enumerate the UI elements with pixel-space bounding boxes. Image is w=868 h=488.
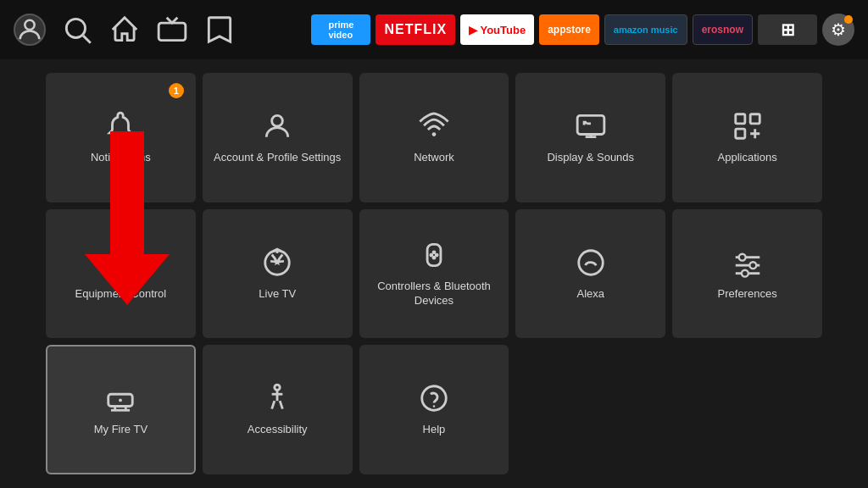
svg-point-35 xyxy=(433,405,436,408)
notifications-label: Notifications xyxy=(91,151,151,165)
youtube-app[interactable]: ▶ YouTube xyxy=(460,14,534,45)
grid-item-preferences[interactable]: Preferences xyxy=(672,209,822,339)
grid-item-equipment-control[interactable]: Equipment Control xyxy=(46,209,196,339)
help-icon xyxy=(418,382,450,414)
avatar-icon[interactable] xyxy=(14,14,46,46)
grid-item-alexa[interactable]: Alexa xyxy=(515,209,665,339)
equipment-control-label: Equipment Control xyxy=(75,287,167,302)
help-label: Help xyxy=(423,423,446,437)
controllers-icon xyxy=(418,239,450,271)
erosnow-app[interactable]: erosnow xyxy=(693,14,753,45)
applications-icon xyxy=(732,110,764,142)
preferences-icon xyxy=(732,247,764,279)
svg-point-0 xyxy=(25,20,34,30)
svg-point-24 xyxy=(738,253,745,260)
alexa-icon xyxy=(575,247,607,279)
tv-icon[interactable] xyxy=(156,14,188,46)
live-tv-icon xyxy=(261,247,293,279)
svg-point-25 xyxy=(749,262,756,269)
bookmark-icon[interactable] xyxy=(203,14,236,46)
grid-item-display-sounds[interactable]: Display & Sounds xyxy=(515,73,665,202)
network-label: Network xyxy=(414,151,454,165)
nav-apps: primevideo NETFLIX ▶ YouTube appstore am… xyxy=(311,14,854,46)
controllers-label: Controllers & Bluetooth Devices xyxy=(359,280,509,308)
nav-left xyxy=(14,14,303,46)
grid-item-my-fire-tv[interactable]: My Fire TV xyxy=(46,345,196,474)
svg-point-32 xyxy=(275,385,280,390)
grid-item-controllers[interactable]: Controllers & Bluetooth Devices xyxy=(359,209,509,339)
home-icon[interactable] xyxy=(108,14,141,46)
settings-gear-icon[interactable]: ⚙ xyxy=(822,14,854,46)
preferences-label: Preferences xyxy=(718,287,777,302)
gear-notification-dot xyxy=(844,15,853,24)
account-icon xyxy=(261,110,293,142)
grid-item-network[interactable]: Network xyxy=(359,73,509,202)
svg-rect-3 xyxy=(159,23,186,41)
display-sounds-label: Display & Sounds xyxy=(547,151,634,165)
svg-point-18 xyxy=(429,253,433,258)
svg-point-5 xyxy=(432,132,437,136)
alexa-label: Alexa xyxy=(577,287,605,302)
fire-tv-icon xyxy=(104,382,136,414)
appstore-app[interactable]: appstore xyxy=(539,14,599,45)
prime-video-app[interactable]: primevideo xyxy=(311,14,370,45)
grid-item-live-tv[interactable]: Live TV xyxy=(203,209,353,339)
live-tv-label: Live TV xyxy=(259,287,296,302)
applications-label: Applications xyxy=(718,151,777,165)
navbar: primevideo NETFLIX ▶ YouTube appstore am… xyxy=(0,0,868,59)
grid-item-notifications[interactable]: 1 Notifications xyxy=(46,73,196,202)
bell-icon xyxy=(104,110,136,142)
svg-point-31 xyxy=(119,399,122,402)
equipment-icon xyxy=(104,247,136,279)
my-fire-tv-label: My Fire TV xyxy=(94,423,147,437)
svg-point-19 xyxy=(435,253,439,258)
netflix-app[interactable]: NETFLIX xyxy=(376,14,455,45)
display-icon xyxy=(575,110,607,142)
account-label: Account & Profile Settings xyxy=(214,151,341,165)
accessibility-icon xyxy=(261,382,293,414)
svg-rect-7 xyxy=(735,114,744,124)
svg-point-12 xyxy=(119,260,123,264)
svg-rect-6 xyxy=(577,115,604,134)
svg-rect-9 xyxy=(735,129,744,138)
svg-line-2 xyxy=(83,36,91,43)
settings-grid: 1 Notifications Account & Profile Settin… xyxy=(0,59,868,488)
grid-item-help[interactable]: Help xyxy=(359,345,509,474)
wifi-icon xyxy=(418,110,450,142)
app-grid-button[interactable]: ⊞ xyxy=(758,14,817,45)
grid-item-applications[interactable]: Applications xyxy=(672,73,822,202)
accessibility-label: Accessibility xyxy=(248,423,308,437)
notification-badge: 1 xyxy=(169,83,184,98)
svg-point-1 xyxy=(66,19,85,37)
svg-point-26 xyxy=(741,269,748,276)
grid-item-accessibility[interactable]: Accessibility xyxy=(203,345,353,474)
svg-rect-8 xyxy=(750,114,760,124)
svg-point-11 xyxy=(119,255,123,259)
svg-point-4 xyxy=(272,115,283,126)
amazon-music-app[interactable]: amazon music xyxy=(604,14,687,45)
grid-item-account[interactable]: Account & Profile Settings xyxy=(203,73,353,202)
search-icon[interactable] xyxy=(61,14,93,46)
